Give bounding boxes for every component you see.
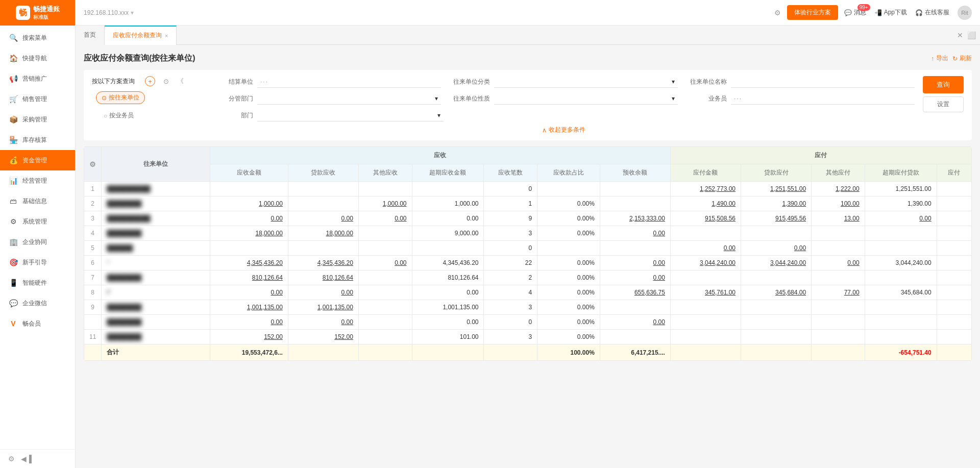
ap-loan[interactable]: 0.00 [741, 241, 812, 256]
ap-amount[interactable]: 3,044,240.00 [670, 256, 741, 270]
table-setting-icon[interactable]: ⚙ [89, 160, 96, 168]
partner-category-select[interactable]: ▾ [494, 76, 678, 88]
sidebar-item-member[interactable]: V 畅会员 [0, 313, 75, 334]
collapse-icon[interactable]: ◀▐ [21, 455, 32, 463]
basic-icon: 🗃 [8, 196, 18, 206]
sidebar-item-basic[interactable]: 🗃 基础信息 [0, 191, 75, 211]
sidebar: 畅 畅捷通账 标准版 🔍 搜索菜单 🏠 快捷导航 📢 营销推广 🛒 销售管理 📦… [0, 0, 76, 468]
ar-loan[interactable]: 18,000.00 [288, 226, 358, 241]
ar-amount[interactable]: 0.00 [210, 285, 288, 300]
sidebar-item-corp[interactable]: 🏢 企业协同 [0, 232, 75, 252]
ap-other[interactable]: 77.00 [812, 285, 865, 300]
ap-other[interactable]: 13.00 [812, 211, 865, 226]
sidebar-item-finance[interactable]: 💰 资金管理 [0, 150, 75, 170]
sidebar-item-guide[interactable]: 🎯 新手引导 [0, 252, 75, 273]
col-partner: 往来单位 [102, 147, 210, 182]
ar-advance[interactable]: 0.00 [600, 226, 670, 241]
ap-amount[interactable]: 1,252,773.00 [670, 182, 741, 196]
sidebar-item-purchase[interactable]: 📦 采购管理 [0, 109, 75, 130]
ar-loan[interactable]: 0.00 [288, 315, 358, 330]
scheme-collapse-icon[interactable]: 《 [177, 77, 184, 86]
gear-icon[interactable]: ⚙ [774, 9, 781, 17]
sidebar-item-marketing[interactable]: 📢 营销推广 [0, 68, 75, 89]
ap-loan[interactable]: 1,390.00 [741, 196, 812, 211]
sidebar-item-label: 新手引导 [22, 258, 47, 267]
ar-amount[interactable]: 0.00 [210, 315, 288, 330]
group-by-salesperson-option[interactable]: ○ 按业务员 [98, 109, 204, 122]
settings-icon[interactable]: ⚙ [8, 455, 15, 463]
ar-advance[interactable]: 0.00 [600, 315, 670, 330]
settlement-unit-select[interactable]: ··· [257, 76, 441, 88]
ar-amount[interactable]: 810,126.64 [210, 270, 288, 285]
message-button[interactable]: 💬 消息 99+ [844, 8, 866, 17]
ar-advance[interactable]: 0.00 [600, 270, 670, 285]
ap-amount[interactable]: 915,508.56 [670, 211, 741, 226]
sidebar-item-operations[interactable]: 📊 经营管理 [0, 170, 75, 191]
sidebar-item-wechat[interactable]: 💬 企业微信 [0, 293, 75, 313]
ar-amount[interactable]: 1,000.00 [210, 196, 288, 211]
sidebar-item-system[interactable]: ⚙ 系统管理 [0, 211, 75, 232]
ar-other[interactable]: 1,000.00 [358, 196, 412, 211]
export-icon: ↑ [931, 55, 934, 62]
promo-button[interactable]: 体验行业方案 [787, 5, 838, 20]
dept-in-charge-select[interactable]: ▾ [257, 93, 441, 105]
add-scheme-button[interactable]: + [145, 76, 155, 86]
ap-loan[interactable]: 3,044,240.00 [741, 256, 812, 270]
online-service-button[interactable]: 🎧 在线客服 [915, 8, 949, 17]
ap-extra [937, 315, 971, 330]
collapse-button[interactable]: ∧ 收起更多条件 [212, 126, 915, 134]
ar-advance[interactable]: 0.00 [600, 256, 670, 270]
ap-amount[interactable]: 0.00 [670, 241, 741, 256]
tab-close-icon[interactable]: × [165, 33, 168, 39]
query-button[interactable]: 查询 [923, 76, 964, 93]
app-download-button[interactable]: 📲 App下载 [874, 8, 907, 17]
sidebar-item-quicknav[interactable]: 🏠 快捷导航 [0, 48, 75, 68]
ap-loan[interactable]: 345,684.00 [741, 285, 812, 300]
ar-loan[interactable]: 4,345,436.20 [288, 256, 358, 270]
tab-ar-query[interactable]: 应收应付余额查询 × [105, 26, 177, 45]
department-select[interactable]: ▾ [257, 110, 444, 121]
tab-home[interactable]: 首页 [76, 26, 105, 45]
ar-amount[interactable]: 18,000.00 [210, 226, 288, 241]
ar-loan[interactable]: 810,126.64 [288, 270, 358, 285]
ar-other[interactable]: 0.00 [358, 211, 412, 226]
refresh-button[interactable]: ↻ 刷新 [952, 54, 972, 63]
ap-loan[interactable]: 915,495.56 [741, 211, 812, 226]
ap-overdue-loan[interactable]: 0.00 [865, 211, 937, 226]
ap-amount[interactable]: 1,490.00 [670, 196, 741, 211]
partner-nature-select[interactable]: ▾ [494, 93, 678, 105]
ar-amount[interactable]: 152.00 [210, 330, 288, 344]
sidebar-item-search[interactable]: 🔍 搜索菜单 [0, 28, 75, 48]
ap-other[interactable]: 0.00 [812, 256, 865, 270]
ar-advance[interactable]: 2,153,333.00 [600, 211, 670, 226]
ap-loan[interactable]: 1,251,551.00 [741, 182, 812, 196]
ar-loan[interactable]: 152.00 [288, 330, 358, 344]
partner-name-input[interactable] [731, 76, 915, 88]
settings-button[interactable]: 设置 [923, 96, 964, 112]
ar-amount[interactable]: 0.00 [210, 211, 288, 226]
maximize-icon[interactable]: ⬜ [967, 31, 976, 39]
col-settings[interactable]: ⚙ [84, 147, 102, 182]
user-avatar[interactable]: Rit [958, 6, 972, 20]
ap-amount[interactable]: 345,761.00 [670, 285, 741, 300]
col-ar-other: 其他应收 [358, 164, 412, 182]
ar-amount[interactable]: 1,001,135.00 [210, 300, 288, 315]
ar-advance[interactable]: 655,636.75 [600, 285, 670, 300]
ar-loan[interactable]: 1,001,135.00 [288, 300, 358, 315]
ap-other[interactable]: 1,222.00 [812, 182, 865, 196]
table-row: 7 ████████ 810,126.64 810,126.64 810,126… [84, 270, 972, 285]
close-window-icon[interactable]: ✕ [957, 31, 963, 39]
group-by-partner-option[interactable]: ⊙ 按往来单位 [96, 91, 145, 104]
export-button[interactable]: ↑ 导出 [931, 54, 948, 63]
ar-loan[interactable]: 0.00 [288, 285, 358, 300]
sidebar-item-inventory[interactable]: 🏪 库存核算 [0, 130, 75, 150]
scheme-settings-icon[interactable]: ⊙ [163, 78, 169, 85]
ap-other[interactable]: 100.00 [812, 196, 865, 211]
ar-other[interactable]: 0.00 [358, 256, 412, 270]
ar-amount[interactable]: 4,345,436.20 [210, 256, 288, 270]
sidebar-item-sales[interactable]: 🛒 销售管理 [0, 89, 75, 109]
salesperson-select[interactable]: ··· [731, 93, 915, 105]
sidebar-item-hardware[interactable]: 📱 智能硬件 [0, 273, 75, 293]
partner-nature-chevron: ▾ [672, 95, 675, 102]
ar-loan[interactable]: 0.00 [288, 211, 358, 226]
